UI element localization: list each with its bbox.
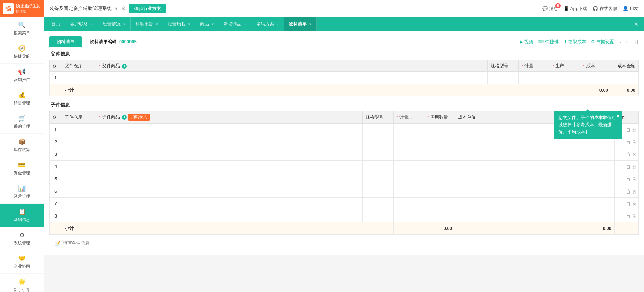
- grid-view-icon[interactable]: ⊞: [633, 38, 639, 46]
- child-row-unit-cost[interactable]: [455, 173, 486, 185]
- note-input[interactable]: [63, 241, 633, 246]
- child-row-warehouse[interactable]: [62, 148, 96, 161]
- child-row-goods[interactable]: [96, 148, 363, 161]
- extract-cost-link[interactable]: ⬆ 提取成本: [564, 39, 586, 45]
- nav-tab-bom[interactable]: 物料清单×: [284, 17, 317, 31]
- dropdown-arrow-icon[interactable]: ▾: [115, 5, 118, 12]
- sidebar-item-search[interactable]: 🔍 搜索菜单: [0, 17, 44, 40]
- child-row-spec[interactable]: [362, 198, 393, 210]
- sidebar-item-system[interactable]: ⚙ 系统管理: [0, 227, 44, 250]
- child-row-spec[interactable]: [362, 136, 393, 148]
- sidebar-item-guide[interactable]: 🌟 新手引导: [0, 274, 44, 292]
- delete-icon[interactable]: 🗑: [626, 139, 631, 145]
- child-col-settings[interactable]: ⚙: [50, 111, 62, 124]
- nav-tab-customer[interactable]: 客户联络×: [65, 17, 98, 31]
- child-row-qty[interactable]: [424, 161, 455, 173]
- sub-tab-bom-list[interactable]: 物料清单: [49, 36, 82, 47]
- child-row-unit-cost[interactable]: [455, 148, 486, 161]
- parent-row-mfg[interactable]: [549, 72, 580, 84]
- nav-tab-history[interactable]: 经营历程×: [163, 17, 196, 31]
- child-row-unit-cost[interactable]: [455, 198, 486, 210]
- child-row-goods[interactable]: [96, 198, 363, 210]
- child-row-qty[interactable]: [424, 173, 455, 185]
- next-arrow[interactable]: ›: [624, 38, 629, 45]
- delete-icon[interactable]: 🗑: [626, 201, 631, 207]
- settings-icon[interactable]: ⚙: [121, 5, 126, 12]
- nav-tab-close-customer[interactable]: ×: [91, 22, 93, 26]
- copy-icon[interactable]: ⎘: [633, 176, 635, 182]
- child-row-warehouse[interactable]: [62, 161, 96, 173]
- experience-btn[interactable]: 体验行业方案: [129, 4, 166, 13]
- child-row-goods[interactable]: [96, 161, 363, 173]
- prev-arrow[interactable]: ‹: [619, 38, 623, 45]
- copy-icon[interactable]: ⎘: [633, 139, 635, 145]
- child-row-warehouse[interactable]: [62, 198, 96, 210]
- sidebar-item-ops[interactable]: 📊 经营管理: [0, 180, 44, 204]
- copy-icon[interactable]: ⎘: [633, 213, 635, 219]
- nav-tab-goods[interactable]: 商品×: [195, 17, 219, 31]
- sidebar-item-finance[interactable]: 💳 资金管理: [0, 157, 44, 180]
- child-row-unit[interactable]: [393, 173, 424, 185]
- online-service-item[interactable]: 🎧 在线客服: [593, 5, 617, 12]
- child-row-unit-cost[interactable]: [455, 161, 486, 173]
- sidebar-item-marketing[interactable]: 📢 营销推广: [0, 64, 44, 87]
- delete-icon[interactable]: 🗑: [626, 213, 631, 219]
- delete-icon[interactable]: 🗑: [626, 164, 631, 170]
- child-goods-info-icon[interactable]: i: [122, 115, 127, 120]
- child-row-unit-cost[interactable]: [455, 185, 486, 198]
- nav-tab-home[interactable]: 首页: [47, 17, 65, 31]
- copy-icon[interactable]: ⎘: [633, 201, 635, 207]
- child-row-warehouse[interactable]: [62, 173, 96, 185]
- child-row-goods[interactable]: [96, 136, 363, 148]
- nav-tab-operation[interactable]: 经营情况×: [98, 17, 131, 31]
- child-row-warehouse[interactable]: [62, 185, 96, 198]
- nav-close-btn[interactable]: ✕: [631, 21, 641, 27]
- delete-icon[interactable]: 🗑: [626, 152, 631, 157]
- copy-icon[interactable]: ⎘: [633, 189, 635, 194]
- parent-goods-info-icon[interactable]: i: [122, 64, 127, 69]
- child-row-qty[interactable]: [424, 124, 455, 136]
- child-row-spec[interactable]: [362, 148, 393, 161]
- child-row-goods[interactable]: [96, 124, 363, 136]
- scan-btn[interactable]: 扫码录入: [128, 114, 150, 121]
- nav-tab-profit[interactable]: 利润报告×: [131, 17, 163, 31]
- tooltip-close-btn[interactable]: ×: [617, 112, 619, 120]
- nav-tab-new_goods[interactable]: 新增商品×: [219, 17, 251, 31]
- nav-tab-close-new_goods[interactable]: ×: [244, 22, 246, 26]
- parent-row-warehouse[interactable]: [62, 72, 96, 84]
- child-row-unit-cost[interactable]: [455, 136, 486, 148]
- child-row-unit[interactable]: [393, 185, 424, 198]
- copy-icon[interactable]: ⎘: [633, 164, 635, 170]
- child-row-spec[interactable]: [362, 210, 393, 222]
- nav-tab-close-profit[interactable]: ×: [156, 22, 158, 26]
- parent-col-settings[interactable]: ⚙: [50, 60, 62, 72]
- child-row-spec[interactable]: [362, 185, 393, 198]
- delete-icon[interactable]: 🗑: [626, 127, 631, 132]
- child-row-warehouse[interactable]: [62, 124, 96, 136]
- parent-row-spec[interactable]: [488, 72, 519, 84]
- sidebar-item-inventory[interactable]: 📦 库存核算: [0, 134, 44, 157]
- child-row-unit-cost[interactable]: [455, 210, 486, 222]
- parent-row-unit[interactable]: [519, 72, 549, 84]
- copy-icon[interactable]: ⎘: [633, 127, 635, 132]
- shortcut-link[interactable]: ⌨ 快捷键: [538, 39, 559, 45]
- child-row-spec[interactable]: [362, 124, 393, 136]
- single-settings-link[interactable]: ⚙ 单据设置: [591, 39, 614, 45]
- sidebar-item-purchase[interactable]: 🛒 采购管理: [0, 110, 44, 134]
- child-row-spec[interactable]: [362, 173, 393, 185]
- user-item[interactable]: 👤 用友: [623, 5, 639, 12]
- message-item[interactable]: 💬 消息 6: [542, 5, 558, 12]
- child-row-spec[interactable]: [362, 161, 393, 173]
- parent-row-goods[interactable]: [96, 72, 488, 84]
- child-row-qty[interactable]: [424, 136, 455, 148]
- child-row-unit[interactable]: [393, 161, 424, 173]
- child-row-qty[interactable]: [424, 210, 455, 222]
- copy-icon[interactable]: ⎘: [633, 152, 635, 157]
- child-row-unit[interactable]: [393, 210, 424, 222]
- child-row-goods[interactable]: [96, 210, 363, 222]
- sidebar-item-sales[interactable]: 💰 销售管理: [0, 87, 44, 110]
- child-row-warehouse[interactable]: [62, 210, 96, 222]
- delete-icon[interactable]: 🗑: [626, 176, 631, 182]
- child-row-qty[interactable]: [424, 148, 455, 161]
- sidebar-item-corp[interactable]: 🤝 企业协同: [0, 250, 44, 274]
